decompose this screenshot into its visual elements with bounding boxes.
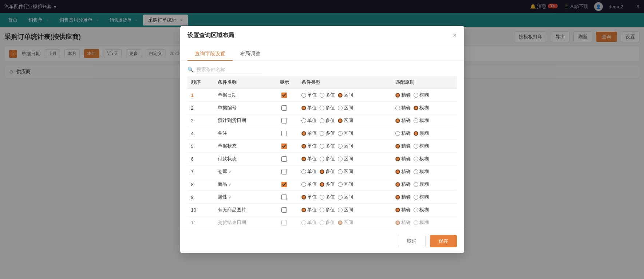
row-condition-name: 单据状态	[214, 140, 271, 153]
row-match-principle: 精确模糊	[392, 153, 457, 165]
row-display-checkbox-cell	[271, 204, 297, 216]
type-single-radio[interactable]	[301, 220, 306, 225]
display-checkbox[interactable]	[281, 169, 287, 174]
th-display: 显示	[271, 76, 297, 89]
settings-dialog: 设置查询区域布局 × 查询字段设置 布局调整 🔍 顺序 条件名称 显示 条件类型	[180, 26, 464, 253]
type-range-radio[interactable]	[338, 157, 343, 161]
row-match-principle: 精确模糊	[392, 140, 457, 153]
type-single-radio[interactable]	[301, 106, 306, 110]
row-display-checkbox-cell	[271, 102, 297, 114]
dialog-close-btn[interactable]: ×	[453, 32, 457, 39]
match-exact-radio[interactable]	[395, 195, 400, 200]
dialog-title: 设置查询区域布局	[187, 32, 234, 39]
match-fuzzy-radio[interactable]	[414, 144, 418, 149]
type-single-radio[interactable]	[301, 131, 306, 136]
row-display-checkbox-cell	[271, 153, 297, 165]
type-multi-radio[interactable]	[320, 144, 324, 149]
type-multi-radio[interactable]	[320, 208, 324, 212]
match-fuzzy-radio[interactable]	[414, 118, 418, 123]
display-checkbox[interactable]	[281, 182, 287, 187]
type-multi-radio[interactable]	[320, 131, 324, 136]
match-exact-radio[interactable]	[395, 118, 400, 123]
type-range-radio[interactable]	[338, 195, 343, 200]
type-multi-radio[interactable]	[320, 169, 324, 174]
type-single-radio[interactable]	[301, 182, 306, 187]
type-single-radio[interactable]	[301, 144, 306, 149]
search-icon: 🔍	[187, 67, 194, 72]
type-multi-radio[interactable]	[320, 182, 324, 187]
display-checkbox[interactable]	[281, 144, 287, 149]
match-fuzzy-radio[interactable]	[414, 182, 418, 187]
type-single-radio[interactable]	[301, 157, 306, 161]
match-exact-radio[interactable]	[395, 208, 400, 212]
search-condition-input[interactable]	[197, 65, 262, 74]
match-fuzzy-radio[interactable]	[414, 195, 418, 200]
dialog-tab-query-fields[interactable]: 查询字段设置	[187, 48, 233, 61]
display-checkbox[interactable]	[281, 207, 287, 213]
save-button[interactable]: 保存	[430, 235, 457, 247]
type-range-radio[interactable]	[338, 118, 343, 123]
match-exact-radio[interactable]	[395, 169, 400, 174]
display-checkbox[interactable]	[281, 194, 287, 200]
th-name: 条件名称	[214, 76, 271, 89]
row-condition-type: 单值多值区间	[298, 204, 392, 216]
type-multi-radio[interactable]	[320, 195, 324, 200]
type-single-radio[interactable]	[301, 208, 306, 212]
type-single-radio[interactable]	[301, 195, 306, 200]
row-condition-type: 单值多值区间	[298, 178, 392, 191]
type-multi-radio[interactable]	[320, 118, 324, 123]
row-match-principle: 精确模糊	[392, 114, 457, 127]
type-range-radio[interactable]	[338, 182, 343, 187]
type-single-radio[interactable]	[301, 118, 306, 123]
match-fuzzy-radio[interactable]	[414, 208, 418, 212]
match-exact-radio[interactable]	[395, 157, 400, 161]
display-checkbox[interactable]	[281, 105, 287, 111]
row-condition-name: 仓库 ∨	[214, 165, 271, 178]
match-fuzzy-radio[interactable]	[414, 220, 418, 225]
row-display-checkbox-cell	[271, 89, 297, 102]
match-exact-radio[interactable]	[395, 182, 400, 187]
row-condition-type: 单值多值区间	[298, 165, 392, 178]
display-checkbox[interactable]	[281, 220, 287, 225]
dialog-tab-layout[interactable]: 布局调整	[233, 48, 268, 61]
type-multi-radio[interactable]	[320, 220, 324, 225]
display-checkbox[interactable]	[281, 93, 287, 98]
match-fuzzy-radio[interactable]	[414, 157, 418, 161]
th-order: 顺序	[187, 76, 214, 89]
type-multi-radio[interactable]	[320, 157, 324, 161]
match-exact-radio[interactable]	[395, 144, 400, 149]
display-checkbox[interactable]	[281, 156, 287, 162]
match-exact-radio[interactable]	[395, 93, 400, 98]
type-range-radio[interactable]	[338, 144, 343, 149]
row-display-checkbox-cell	[271, 178, 297, 191]
display-checkbox[interactable]	[281, 118, 287, 123]
match-fuzzy-radio[interactable]	[414, 93, 418, 98]
match-fuzzy-radio[interactable]	[414, 169, 418, 174]
row-order: 7	[187, 165, 214, 178]
table-row: 2单据编号单值多值区间精确模糊	[187, 102, 457, 114]
table-row: 3预计到货日期单值多值区间精确模糊	[187, 114, 457, 127]
row-condition-type: 单值多值区间	[298, 153, 392, 165]
type-range-radio[interactable]	[338, 169, 343, 174]
match-exact-radio[interactable]	[395, 131, 400, 136]
row-condition-type: 单值多值区间	[298, 140, 392, 153]
type-range-radio[interactable]	[338, 131, 343, 136]
type-single-radio[interactable]	[301, 93, 306, 98]
type-range-radio[interactable]	[338, 93, 343, 98]
type-multi-radio[interactable]	[320, 93, 324, 98]
display-checkbox[interactable]	[281, 131, 287, 136]
match-exact-radio[interactable]	[395, 220, 400, 225]
match-fuzzy-radio[interactable]	[414, 106, 418, 110]
type-single-radio[interactable]	[301, 169, 306, 174]
type-range-radio[interactable]	[338, 220, 343, 225]
row-display-checkbox-cell	[271, 140, 297, 153]
cancel-button[interactable]: 取消	[398, 235, 426, 247]
table-row: 6付款状态单值多值区间精确模糊	[187, 153, 457, 165]
row-display-checkbox-cell	[271, 216, 297, 229]
match-exact-radio[interactable]	[395, 106, 400, 110]
type-range-radio[interactable]	[338, 106, 343, 110]
row-display-checkbox-cell	[271, 114, 297, 127]
match-fuzzy-radio[interactable]	[414, 131, 418, 136]
type-multi-radio[interactable]	[320, 106, 324, 110]
type-range-radio[interactable]	[338, 208, 343, 212]
